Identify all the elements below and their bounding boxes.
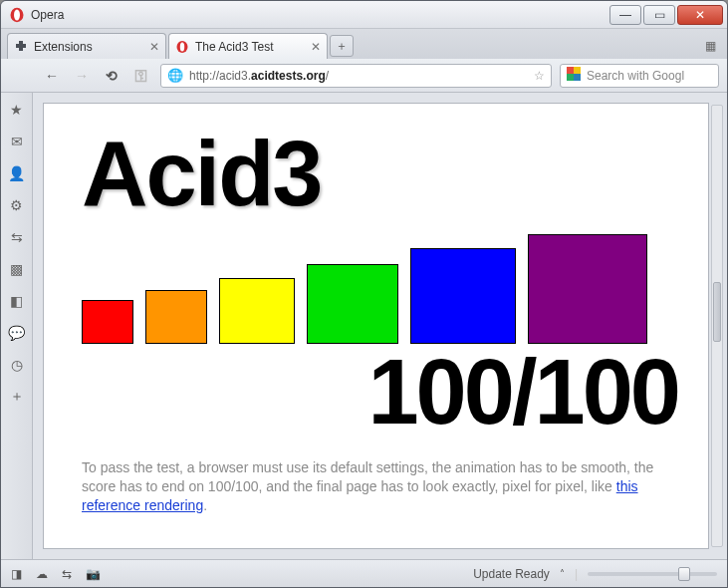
minimize-button[interactable]: — (609, 5, 641, 25)
tab-strip: Extensions ✕ The Acid3 Test ✕ ＋ ▦ (1, 29, 727, 59)
tab-label: The Acid3 Test (195, 40, 274, 54)
color-box (219, 278, 295, 344)
tab-acid3[interactable]: The Acid3 Test ✕ (168, 33, 328, 59)
puzzle-icon (14, 40, 28, 54)
statusbar: ◨ ☁ ⇆ 📷 Update Ready ˄ | (1, 559, 727, 587)
opera-favicon-icon (175, 40, 189, 54)
mail-icon[interactable]: ✉ (8, 133, 26, 150)
forward-button[interactable]: → (71, 65, 93, 87)
vertical-scrollbar[interactable] (711, 105, 723, 547)
panel-toggle-icon[interactable]: ◨ (11, 567, 22, 581)
globe-icon: 🌐 (167, 68, 183, 83)
chat-icon[interactable]: 💬 (8, 324, 26, 342)
key-icon[interactable]: ⚿ (130, 65, 152, 87)
tab-extensions[interactable]: Extensions ✕ (7, 33, 166, 59)
close-icon[interactable]: ✕ (311, 40, 321, 54)
page-title: Acid3 (82, 122, 678, 226)
score-text: 100/100 (82, 340, 678, 444)
svg-rect-4 (567, 67, 574, 74)
svg-rect-5 (574, 67, 581, 74)
titlebar: Opera — ▭ ✕ (1, 1, 727, 29)
star-icon[interactable]: ★ (8, 101, 26, 119)
gear-icon[interactable]: ⚙ (8, 196, 26, 214)
share-icon[interactable]: ⇆ (8, 228, 26, 246)
user-icon[interactable]: 👤 (8, 164, 26, 182)
camera-icon[interactable]: 📷 (86, 567, 101, 581)
color-box (307, 264, 398, 344)
sync-icon[interactable]: ⇆ (62, 567, 72, 581)
opera-icon (9, 7, 25, 23)
history-icon[interactable]: ◷ (8, 356, 26, 374)
svg-rect-7 (574, 74, 581, 81)
search-input[interactable]: Search with Googl (560, 64, 719, 88)
zoom-slider-thumb[interactable] (678, 567, 690, 581)
svg-point-3 (180, 42, 184, 51)
color-box (145, 290, 207, 344)
maximize-button[interactable]: ▭ (643, 5, 675, 25)
bookmark-star-icon[interactable]: ☆ (534, 69, 545, 83)
description-text: To pass the test, a browser must use its… (82, 458, 678, 515)
close-icon[interactable]: ✕ (149, 40, 159, 54)
plus-icon[interactable]: ＋ (8, 388, 26, 406)
new-tab-button[interactable]: ＋ (330, 35, 354, 57)
color-box (410, 248, 516, 344)
tab-menu-button[interactable]: ▦ (699, 36, 721, 56)
svg-rect-6 (567, 74, 574, 81)
url-text: http://acid3.acidtests.org/ (189, 69, 528, 83)
color-box (82, 300, 133, 344)
window-frame: Opera — ▭ ✕ Extensions ✕ The Acid3 Test … (0, 0, 728, 588)
back-button[interactable]: ← (41, 65, 63, 87)
note-icon[interactable]: ▩ (8, 260, 26, 278)
close-button[interactable]: ✕ (677, 5, 723, 25)
panel-icon[interactable]: ◧ (8, 292, 26, 310)
search-placeholder: Search with Googl (587, 69, 684, 83)
chevron-up-icon[interactable]: ˄ (560, 568, 565, 579)
tab-label: Extensions (34, 40, 93, 54)
address-bar[interactable]: 🌐 http://acid3.acidtests.org/ ☆ (160, 64, 552, 88)
body-area: ★ ✉ 👤 ⚙ ⇆ ▩ ◧ 💬 ◷ ＋ Acid3 100/100 To pas… (1, 93, 727, 559)
sidebar: ★ ✉ 👤 ⚙ ⇆ ▩ ◧ 💬 ◷ ＋ (1, 93, 33, 559)
update-ready-text[interactable]: Update Ready (473, 567, 550, 581)
navbar: ← → ⟲ ⚿ 🌐 http://acid3.acidtests.org/ ☆ … (1, 59, 727, 93)
content-wrap: Acid3 100/100 To pass the test, a browse… (33, 93, 727, 559)
reload-button[interactable]: ⟲ (101, 65, 122, 87)
color-boxes (82, 234, 678, 344)
zoom-slider[interactable] (588, 572, 717, 576)
scrollbar-thumb[interactable] (713, 282, 721, 342)
cloud-icon[interactable]: ☁ (36, 567, 48, 581)
svg-point-1 (14, 9, 20, 20)
app-title: Opera (31, 8, 64, 22)
google-icon (567, 67, 581, 84)
page-content: Acid3 100/100 To pass the test, a browse… (43, 103, 709, 549)
color-box (528, 234, 647, 344)
